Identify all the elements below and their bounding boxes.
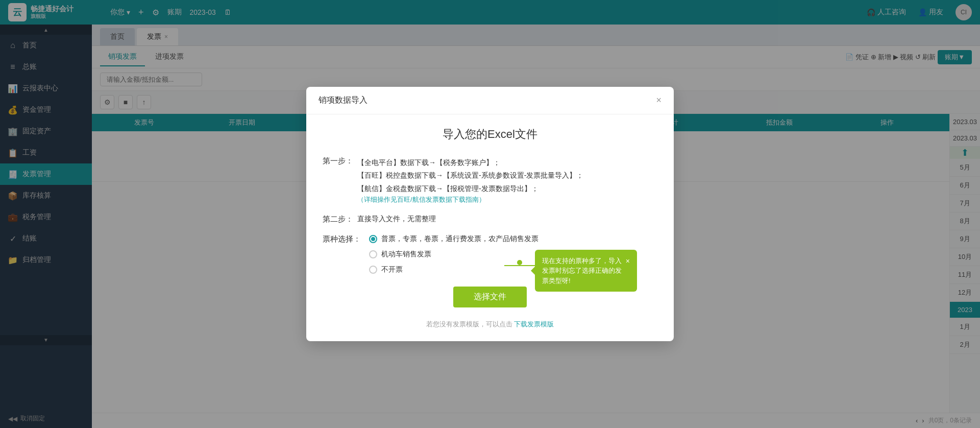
tooltip-bubble: × 现在支持的票种多了，导入发票时别忘了选择正确的发票类型呀! (535, 250, 637, 292)
modal-main-title: 导入您的Excel文件 (323, 127, 657, 142)
radio-normal[interactable]: 普票，专票，卷票，通行费发票，农产品销售发票 (369, 234, 538, 244)
ticket-section: 票种选择： 普票，专票，卷票，通行费发票，农产品销售发票 机动车销售发票 (323, 234, 657, 274)
download-template-link[interactable]: 下载发票模版 (514, 320, 554, 328)
modal-header: 销项数据导入 × (306, 87, 674, 114)
tooltip-dot (517, 260, 522, 265)
modal-body: 导入您的Excel文件 第一步： 【全电平台】数据下载→【税务数字账户】； 【百… (306, 114, 674, 341)
radio-normal-circle (369, 235, 377, 243)
step1-line2: 【百旺】税控盘数据下载→【系统设置-系统参数设置-发票批量导入】； (357, 169, 583, 182)
step1-label: 第一步： (323, 156, 353, 166)
step2-section: 第二步： 直接导入文件，无需整理 (323, 215, 657, 224)
modal-dialog: 销项数据导入 × 导入您的Excel文件 第一步： 【全电平台】数据下载→【税务… (306, 87, 674, 341)
footer-text: 若您没有发票模版，可以点击 (426, 320, 512, 328)
tooltip-line (504, 260, 535, 266)
step1-guide-link[interactable]: （详细操作见百旺/航信发票数据下载指南） (357, 196, 485, 203)
step1-content: 【全电平台】数据下载→【税务数字账户】； 【百旺】税控盘数据下载→【系统设置-系… (357, 156, 583, 204)
tooltip-connector (504, 265, 535, 266)
radio-motor-label: 机动车销售发票 (381, 250, 431, 259)
radio-motor-circle (369, 250, 377, 258)
step2-text: 直接导入文件，无需整理 (357, 215, 436, 224)
step2-label: 第二步： (323, 215, 353, 224)
step1-line3: 【航信】金税盘数据下载→【报税管理-发票数据导出】； (357, 182, 583, 195)
modal-overlay[interactable]: 销项数据导入 × 导入您的Excel文件 第一步： 【全电平台】数据下载→【税务… (0, 0, 980, 428)
modal-footer: 若您没有发票模版，可以点击 下载发票模版 (323, 320, 657, 329)
radio-none-circle (369, 266, 377, 274)
tooltip-container: × 现在支持的票种多了，导入发票时别忘了选择正确的发票类型呀! (504, 250, 637, 292)
step1-section: 第一步： 【全电平台】数据下载→【税务数字账户】； 【百旺】税控盘数据下载→【系… (323, 156, 657, 204)
modal-close-btn[interactable]: × (656, 95, 662, 106)
step1-line1: 【全电平台】数据下载→【税务数字账户】； (357, 156, 583, 169)
ticket-label: 票种选择： (323, 234, 361, 244)
tooltip-text: 现在支持的票种多了，导入发票时别忘了选择正确的发票类型呀! (542, 257, 622, 284)
modal-title: 销项数据导入 (318, 95, 368, 106)
radio-normal-label: 普票，专票，卷票，通行费发票，农产品销售发票 (381, 234, 538, 244)
tooltip-close-btn[interactable]: × (626, 256, 630, 267)
radio-none-label: 不开票 (381, 265, 403, 274)
